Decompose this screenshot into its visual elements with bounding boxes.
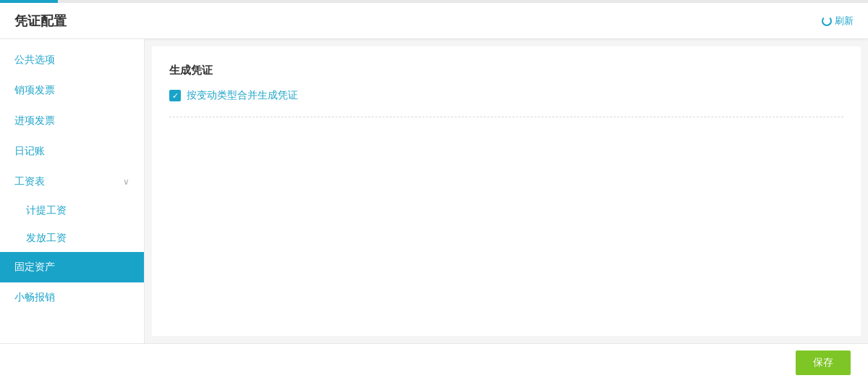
merge-checkbox[interactable]: ✓	[169, 90, 181, 101]
checkbox-row: ✓ 按变动类型合并生成凭证	[169, 89, 843, 102]
page-wrapper: 凭证配置 刷新 公共选项 销项发票 进项发票 日记账 工资表 ∨	[0, 3, 868, 378]
refresh-label: 刷新	[835, 14, 854, 28]
sidebar-item-label: 销项发票	[14, 84, 55, 97]
sidebar-item-label: 进项发票	[14, 114, 55, 127]
sidebar-item-label: 日记账	[14, 145, 45, 158]
footer: 保存	[0, 343, 868, 378]
sidebar-item-journal[interactable]: 日记账	[0, 136, 144, 167]
checkbox-label[interactable]: 按变动类型合并生成凭证	[187, 89, 298, 102]
sidebar-item-issue-payroll[interactable]: 发放工资	[0, 224, 144, 252]
refresh-button[interactable]: 刷新	[822, 14, 854, 28]
sidebar-item-label: 计提工资	[26, 204, 67, 216]
chevron-down-icon: ∨	[123, 177, 129, 187]
refresh-icon	[822, 16, 832, 26]
sidebar-item-sales-invoice[interactable]: 销项发票	[0, 75, 144, 106]
body-layout: 公共选项 销项发票 进项发票 日记账 工资表 ∨ 计提工资 发放工资	[0, 39, 868, 343]
section-divider	[169, 117, 843, 117]
sidebar-item-purchase-invoice[interactable]: 进项发票	[0, 106, 144, 136]
sidebar-item-public-options[interactable]: 公共选项	[0, 45, 144, 75]
sidebar-item-payroll-table[interactable]: 工资表 ∨	[0, 167, 144, 197]
save-button[interactable]: 保存	[796, 350, 851, 375]
sidebar-item-label: 固定资产	[14, 261, 55, 274]
main-content: 生成凭证 ✓ 按变动类型合并生成凭证	[152, 46, 861, 336]
sidebar-item-label: 工资表	[14, 175, 45, 188]
sidebar-item-fixed-assets[interactable]: 固定资产	[0, 252, 144, 282]
sidebar-item-calc-payroll[interactable]: 计提工资	[0, 197, 144, 224]
sidebar-item-expense-reimbursement[interactable]: 小畅报销	[0, 282, 144, 313]
sidebar-item-label: 发放工资	[26, 232, 67, 243]
sidebar-item-label: 小畅报销	[14, 291, 55, 304]
check-mark-icon: ✓	[172, 92, 179, 100]
page-title: 凭证配置	[14, 12, 67, 30]
sidebar: 公共选项 销项发票 进项发票 日记账 工资表 ∨ 计提工资 发放工资	[0, 39, 145, 343]
section-title: 生成凭证	[169, 64, 843, 77]
sidebar-item-label: 公共选项	[14, 54, 55, 67]
header: 凭证配置 刷新	[0, 3, 868, 39]
